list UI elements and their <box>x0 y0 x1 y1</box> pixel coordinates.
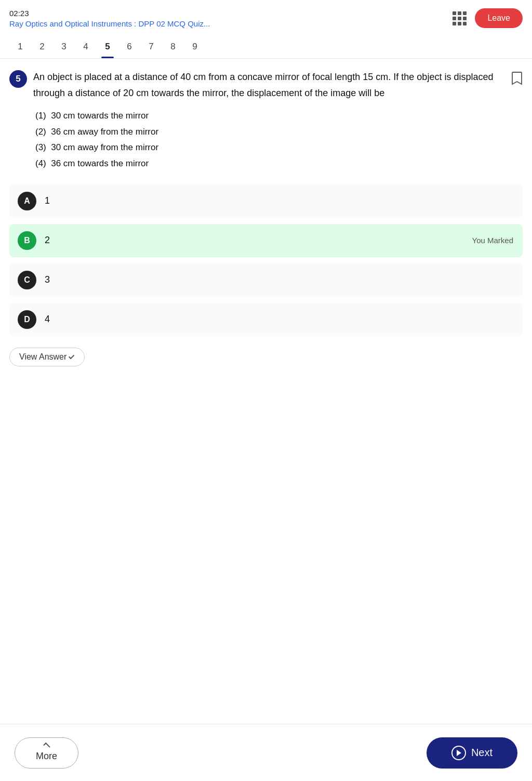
tab-q1[interactable]: 1 <box>9 37 31 58</box>
you-marked-label: You Marked <box>472 236 514 245</box>
tab-q3[interactable]: 3 <box>53 37 75 58</box>
tab-q9[interactable]: 9 <box>184 37 206 58</box>
option-label-b: 2 <box>45 235 50 246</box>
question-tabs: 1 2 3 4 5 6 7 8 9 <box>0 33 532 59</box>
next-button[interactable]: Next <box>427 737 517 769</box>
question-text-block: An object is placed at a distance of 40 … <box>33 69 505 172</box>
option-label-c: 3 <box>45 274 50 285</box>
answer-option-c[interactable]: C 3 <box>9 263 523 297</box>
header: 02:23 Ray Optics and Optical Instruments… <box>0 0 532 33</box>
question-text: An object is placed at a distance of 40 … <box>33 69 505 101</box>
tab-q5[interactable]: 5 <box>97 37 118 58</box>
option-badge-a: A <box>18 192 36 210</box>
option-badge-b: B <box>18 231 36 250</box>
view-answer-button[interactable]: View Answer <box>9 348 85 366</box>
answer-option-b[interactable]: B 2 You Marked <box>9 224 523 257</box>
header-left: 02:23 Ray Optics and Optical Instruments… <box>9 9 210 28</box>
options-list: (1) 30 cm towards the mirror (2) 36 cm a… <box>33 108 505 171</box>
option-badge-c: C <box>18 271 36 289</box>
tab-q2[interactable]: 2 <box>31 37 53 58</box>
option-label-a: 1 <box>45 195 50 206</box>
header-title: Ray Optics and Optical Instruments : DPP… <box>9 19 210 28</box>
leave-button[interactable]: Leave <box>475 8 523 28</box>
answer-options: A 1 B 2 You Marked C 3 D 4 <box>9 184 523 336</box>
tab-q7[interactable]: 7 <box>140 37 162 58</box>
option-4: (4) 36 cm towards the mirror <box>35 156 505 172</box>
answer-option-a[interactable]: A 1 <box>9 184 523 218</box>
next-label: Next <box>471 747 493 759</box>
more-button[interactable]: More <box>15 737 78 769</box>
header-right: Leave <box>453 8 523 28</box>
view-answer-label: View Answer <box>19 352 66 362</box>
answer-option-d[interactable]: D 4 <box>9 303 523 336</box>
question-block: 5 An object is placed at a distance of 4… <box>9 69 523 172</box>
option-3: (3) 30 cm away from the mirror <box>35 140 505 156</box>
tab-q8[interactable]: 8 <box>162 37 184 58</box>
chevron-up-icon <box>43 742 50 749</box>
option-badge-d: D <box>18 310 36 329</box>
bottom-bar: More Next <box>0 724 532 781</box>
bookmark-icon[interactable] <box>511 71 523 88</box>
next-circle-icon <box>451 746 466 760</box>
tab-q6[interactable]: 6 <box>118 37 140 58</box>
option-label-d: 4 <box>45 314 50 325</box>
grid-icon[interactable] <box>453 11 467 25</box>
option-2: (2) 36 cm away from the mirror <box>35 124 505 140</box>
next-arrow-icon <box>457 750 461 756</box>
tab-q4[interactable]: 4 <box>75 37 97 58</box>
main-content: 5 An object is placed at a distance of 4… <box>0 59 532 377</box>
more-label: More <box>36 751 57 762</box>
option-1: (1) 30 cm towards the mirror <box>35 108 505 124</box>
question-number-badge: 5 <box>9 70 27 88</box>
chevron-down-icon <box>69 353 74 359</box>
header-time: 02:23 <box>9 9 210 18</box>
